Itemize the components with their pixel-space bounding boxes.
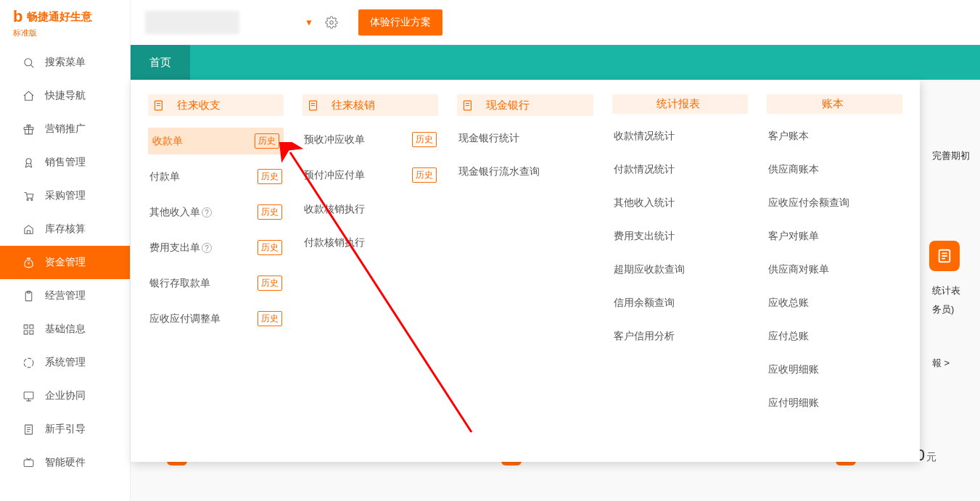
sidebar-item-clipboard[interactable]: 经营管理 [0, 279, 130, 312]
mega-item[interactable]: 其他收入单?历史 [148, 204, 284, 220]
tab-home[interactable]: 首页 [131, 45, 190, 80]
mega-item-label: 供应商对账单 [768, 263, 829, 276]
sidebar-item-gift[interactable]: 营销推广 [0, 112, 130, 146]
gift-icon [22, 123, 35, 136]
sidebar-item-label: 智能硬件 [45, 456, 86, 469]
search-icon [22, 56, 35, 69]
mega-item[interactable]: 应收应付调整单历史 [148, 311, 284, 326]
mega-item-label: 银行存取款单 [149, 277, 210, 290]
mega-item[interactable]: 客户账本 [767, 130, 902, 143]
peek-link[interactable]: 報 > [929, 352, 980, 374]
mega-item[interactable]: 费用支出单?历史 [148, 240, 284, 255]
sidebar-item-loader[interactable]: 系统管理 [0, 346, 130, 379]
mega-item[interactable]: 应付总账 [767, 330, 902, 343]
history-tag[interactable]: 历史 [258, 204, 282, 220]
help-icon[interactable]: ? [202, 243, 212, 253]
history-tag[interactable]: 历史 [412, 132, 437, 147]
mega-item[interactable]: 供应商对账单 [767, 263, 902, 276]
history-tag[interactable]: 历史 [258, 276, 282, 291]
svg-point-4 [27, 199, 28, 200]
peek-text: 完善期初 [929, 145, 980, 167]
doc-icon [307, 97, 326, 113]
monitor-icon [22, 389, 35, 402]
mega-item[interactable]: 其他收入统计 [612, 196, 748, 210]
mega-column: 往来收支收款单历史付款单历史其他收入单?历史费用支出单?历史银行存取款单历史应收… [148, 94, 284, 430]
mega-item[interactable]: 现金银行流水查询 [457, 165, 593, 178]
sidebar-item-grid[interactable]: 基础信息 [0, 312, 130, 346]
mega-item[interactable]: 应收应付余额查询 [767, 196, 902, 210]
svg-point-0 [24, 58, 31, 65]
mega-item[interactable]: 超期应收款查询 [612, 263, 748, 276]
sidebar-item-label: 快捷导航 [45, 89, 86, 102]
sidebar-item-label: 基础信息 [45, 323, 86, 336]
mega-column-title: 账本 [822, 97, 844, 111]
svg-rect-11 [24, 330, 28, 334]
mega-item-label: 预收冲应收单 [304, 133, 365, 146]
sidebar-item-home[interactable]: 快捷导航 [0, 79, 130, 112]
mega-item-label: 应收总账 [768, 297, 809, 310]
mega-item-label: 付款核销执行 [304, 236, 365, 249]
gear-icon[interactable] [325, 16, 338, 29]
mega-item[interactable]: 银行存取款单历史 [148, 276, 284, 291]
org-selector[interactable] [145, 11, 239, 34]
sidebar-item-money-bag[interactable]: ¥资金管理 [0, 246, 130, 279]
mega-item[interactable]: 应收明细账 [767, 363, 902, 376]
history-tag[interactable]: 历史 [258, 240, 282, 255]
report-icon[interactable] [929, 241, 960, 271]
mega-menu: 往来收支收款单历史付款单历史其他收入单?历史费用支出单?历史银行存取款单历史应收… [131, 80, 920, 462]
mega-item[interactable]: 信用余额查询 [612, 297, 748, 310]
mega-item[interactable]: 付款单历史 [148, 169, 284, 184]
mega-item[interactable]: 客户对账单 [767, 230, 902, 243]
home-icon [22, 89, 35, 102]
mega-item[interactable]: 付款核销执行 [302, 236, 438, 249]
svg-rect-14 [24, 392, 33, 398]
mega-item[interactable]: 应付明细账 [767, 397, 902, 410]
mega-column-header: 账本 [767, 94, 902, 114]
history-tag[interactable]: 历史 [258, 169, 282, 184]
sidebar-item-house[interactable]: 库存核算 [0, 212, 130, 246]
right-panel-peek: 完善期初 统计表 务员) 報 > [929, 80, 980, 374]
mega-column-title: 现金银行 [486, 99, 530, 112]
mega-item[interactable]: 现金银行统计 [457, 132, 593, 145]
logo-mark: b [13, 7, 22, 26]
sidebar-item-search[interactable]: 搜索菜单 [0, 46, 130, 79]
mega-item-label: 收款单 [152, 135, 183, 148]
mega-item[interactable]: 费用支出统计 [612, 230, 748, 243]
mega-column-header: 现金银行 [457, 94, 593, 116]
edition-label: 标准版 [13, 28, 130, 38]
mega-item[interactable]: 收款情况统计 [612, 130, 748, 143]
help-icon[interactable]: ? [202, 207, 212, 218]
badge-icon [22, 156, 35, 169]
mega-item-label: 信用余额查询 [614, 297, 675, 310]
mega-item[interactable]: 客户信用分析 [612, 330, 748, 343]
mega-item-label: 应收明细账 [768, 363, 819, 376]
tab-strip: 首页 [131, 45, 980, 80]
note-icon [22, 423, 35, 436]
chevron-down-icon[interactable]: ▼ [305, 17, 313, 28]
history-tag[interactable]: 历史 [412, 167, 437, 183]
sidebar-item-tv[interactable]: 智能硬件 [0, 446, 130, 479]
mega-item[interactable]: 收款单历史 [148, 128, 284, 154]
mega-item[interactable]: 应收总账 [767, 297, 902, 310]
mega-item-label: 收款情况统计 [614, 130, 675, 143]
mega-item[interactable]: 预付冲应付单历史 [302, 167, 438, 183]
sidebar-item-monitor[interactable]: 企业协同 [0, 379, 130, 413]
sidebar-item-note[interactable]: 新手引导 [0, 413, 130, 446]
mega-item[interactable]: 供应商账本 [767, 163, 902, 176]
sidebar-item-badge[interactable]: 销售管理 [0, 146, 130, 179]
mega-item-label: 供应商账本 [768, 163, 819, 176]
mega-column-title: 往来核销 [332, 99, 375, 112]
mega-item-label: 费用支出单? [149, 241, 212, 254]
mega-item-label: 应付总账 [768, 330, 809, 343]
mega-column: 账本客户账本供应商账本应收应付余额查询客户对账单供应商对账单应收总账应付总账应收… [767, 94, 902, 430]
cta-button[interactable]: 体验行业方案 [358, 9, 442, 36]
mega-item[interactable]: 预收冲应收单历史 [302, 132, 438, 147]
history-tag[interactable]: 历史 [255, 133, 279, 149]
svg-point-17 [330, 20, 334, 24]
history-tag[interactable]: 历史 [258, 311, 282, 326]
mega-item[interactable]: 收款核销执行 [302, 203, 438, 216]
sidebar-item-label: 新手引导 [45, 423, 86, 436]
sidebar-item-cart[interactable]: 采购管理 [0, 179, 130, 212]
mega-item-label: 应收应付调整单 [149, 312, 221, 326]
mega-item[interactable]: 付款情况统计 [612, 163, 748, 176]
